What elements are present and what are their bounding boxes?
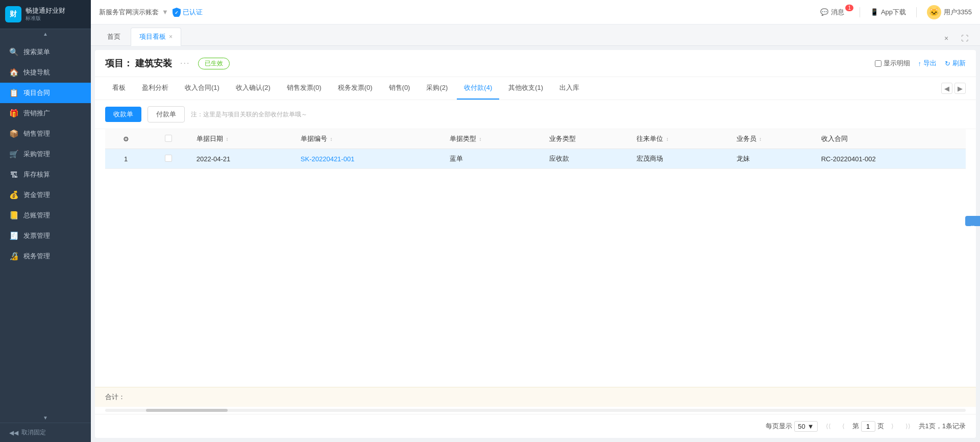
scrollbar-thumb[interactable] (146, 409, 228, 412)
scroll-down-indicator: ▼ (0, 413, 91, 423)
page-content: 项目： 建筑安装 ··· 已生效 显示明细 ↑ 导出 ↻ 刷新 (95, 50, 976, 438)
select-all-checkbox[interactable] (165, 135, 172, 142)
col-type[interactable]: 单据类型 ↕ (444, 129, 543, 149)
sub-tab-income-contract[interactable]: 收入合同(1) (178, 77, 227, 100)
show-detail-checkbox[interactable]: 显示明细 (875, 59, 910, 68)
more-button[interactable]: ··· (180, 59, 190, 68)
maximize-button[interactable]: ⛶ (958, 31, 972, 45)
sub-nav-arrows: ◀ ▶ (941, 83, 966, 94)
row-number[interactable]: SK-20220421-001 (295, 149, 444, 169)
sidebar-item-marketing[interactable]: 🎁 营销推广 (0, 103, 91, 124)
first-page-icon: ⟨⟨ (826, 423, 831, 430)
shield-icon: ✓ (173, 8, 181, 17)
tab-close-icon[interactable]: × (169, 33, 173, 40)
tab-project-kanban[interactable]: 项目看板 × (131, 28, 181, 46)
col-biz-type: 业务类型 (543, 129, 630, 149)
show-detail-label: 显示明细 (884, 59, 910, 68)
sidebar-nav: 🔍 搜索菜单 🏠 快捷导航 📋 项目合同 🎁 营销推广 📦 销售管理 🛒 采购管… (0, 39, 91, 413)
sidebar-header: 财 畅捷通好业财 标准版 (0, 0, 91, 29)
col-date[interactable]: 单据日期 ↕ (190, 129, 295, 149)
sidebar-item-invoice[interactable]: 🧾 发票管理 (0, 226, 91, 246)
account-selector[interactable]: 新服务官网演示账套 ▼ (99, 8, 168, 17)
chevron-down-icon: ▼ (807, 423, 814, 430)
sidebar-item-quicknav[interactable]: 🏠 快捷导航 (0, 62, 91, 83)
sub-tab-other[interactable]: 其他收支(1) (501, 77, 550, 100)
col-salesperson[interactable]: 业务员 ↕ (730, 129, 815, 149)
sidebar-item-tax[interactable]: 🔏 税务管理 (0, 246, 91, 266)
table-header-row: ⚙ 单据日期 ↕ 单据编号 ↕ (105, 129, 966, 149)
payment-btn[interactable]: 付款单 (148, 106, 185, 122)
col-settings[interactable]: ⚙ (105, 129, 146, 149)
project-name: 建筑安装 (135, 58, 172, 68)
sidebar-item-sales[interactable]: 📦 销售管理 (0, 124, 91, 144)
row-checkbox[interactable] (146, 149, 190, 169)
sidebar-item-label: 总账管理 (23, 211, 50, 220)
doc-number-link[interactable]: SK-20220421-001 (301, 155, 355, 163)
project-header: 项目： 建筑安装 ··· 已生效 显示明细 ↑ 导出 ↻ 刷新 (95, 50, 976, 77)
user-avatar: 🐱 (927, 5, 941, 19)
col-partner[interactable]: 往来单位 ↕ (630, 129, 730, 149)
sidebar-item-inventory[interactable]: 🏗 库存核算 (0, 164, 91, 185)
sidebar-item-project[interactable]: 📋 项目合同 (0, 83, 91, 103)
export-button[interactable]: ↑ 导出 (918, 59, 937, 68)
sidebar-item-purchase[interactable]: 🛒 采购管理 (0, 144, 91, 164)
app-download-button[interactable]: 📱 App下载 (870, 8, 906, 17)
invoice-icon: 🧾 (9, 231, 18, 240)
row-salesperson: 龙妹 (730, 149, 815, 169)
prev-page-btn[interactable]: ⟨ (837, 420, 850, 433)
sub-tab-tax-invoice[interactable]: 税务发票(0) (331, 77, 380, 100)
sub-nav-prev[interactable]: ◀ (941, 83, 952, 94)
close-button[interactable]: × (939, 31, 953, 45)
sub-tab-receipts[interactable]: 收付款(4) (457, 77, 499, 100)
sidebar-item-ledger[interactable]: 📒 总账管理 (0, 205, 91, 226)
table-row[interactable]: 1 2022-04-21 SK-20220421-001 蓝单 (105, 149, 966, 169)
tab-project-label: 项目看板 (139, 32, 166, 41)
sub-tab-sales-invoice[interactable]: 销售发票(0) (280, 77, 329, 100)
sort-icon: ↕ (666, 136, 669, 142)
sub-tab-profit[interactable]: 盈利分析 (135, 77, 176, 100)
sub-tab-income-confirm[interactable]: 收入确认(2) (229, 77, 278, 100)
message-badge: 1 (845, 5, 853, 11)
per-page-select[interactable]: 50 ▼ (794, 421, 817, 432)
chevron-down-icon: ▼ (162, 8, 168, 16)
feedback-button[interactable]: 意见反馈 (965, 216, 980, 226)
page-label: 第 (852, 422, 859, 431)
topbar-right: 💬 消息 1 📱 App下载 🐱 用户3355 (820, 5, 972, 19)
col-number[interactable]: 单据编号 ↕ (295, 129, 444, 149)
sub-tab-sales[interactable]: 销售(0) (382, 77, 418, 100)
message-button[interactable]: 💬 消息 1 (820, 8, 849, 17)
sub-nav-next[interactable]: ▶ (954, 83, 966, 94)
scrollbar-area (95, 407, 976, 414)
app-version: 标准版 (26, 15, 65, 22)
sort-icon: ↕ (479, 136, 481, 142)
sub-tab-warehouse[interactable]: 出入库 (552, 77, 586, 100)
last-page-btn[interactable]: ⟩⟩ (901, 420, 915, 433)
window-controls: × ⛶ (939, 31, 972, 45)
unpin-label: 取消固定 (21, 428, 46, 437)
next-page-btn[interactable]: ⟩ (886, 420, 899, 433)
first-page-btn[interactable]: ⟨⟨ (822, 420, 835, 433)
tab-home[interactable]: 首页 (99, 28, 129, 45)
sort-icon: ↕ (759, 136, 762, 142)
topbar-left: 新服务官网演示账套 ▼ ✓ 已认证 (99, 8, 203, 17)
main-content: 新服务官网演示账套 ▼ ✓ 已认证 💬 消息 1 📱 App下载 (91, 0, 980, 442)
col-checkbox[interactable] (146, 129, 190, 149)
page-number-input[interactable] (861, 421, 875, 432)
sidebar-item-label: 库存核算 (23, 170, 50, 179)
sidebar-item-funds[interactable]: 💰 资金管理 (0, 185, 91, 205)
sidebar-item-label: 项目合同 (23, 88, 50, 97)
sub-tab-purchase[interactable]: 采购(2) (419, 77, 455, 100)
horizontal-scrollbar[interactable] (105, 409, 966, 412)
page-nav: ⟨⟨ ⟨ 第 页 ⟩ ⟩⟩ (822, 420, 915, 433)
row-index: 1 (105, 149, 146, 169)
project-label: 项目： 建筑安装 (105, 57, 172, 69)
row-select-checkbox[interactable] (165, 155, 172, 162)
tax-icon: 🔏 (9, 252, 18, 261)
sub-tab-kanban[interactable]: 看板 (105, 77, 133, 100)
refresh-button[interactable]: ↻ 刷新 (945, 59, 966, 68)
unpin-button[interactable]: ◀◀ 取消固定 (0, 423, 91, 442)
sidebar-item-search[interactable]: 🔍 搜索菜单 (0, 42, 91, 62)
receipt-btn[interactable]: 收款单 (105, 107, 141, 122)
user-menu[interactable]: 🐱 用户3355 (927, 5, 972, 19)
show-detail-input[interactable] (875, 60, 881, 67)
